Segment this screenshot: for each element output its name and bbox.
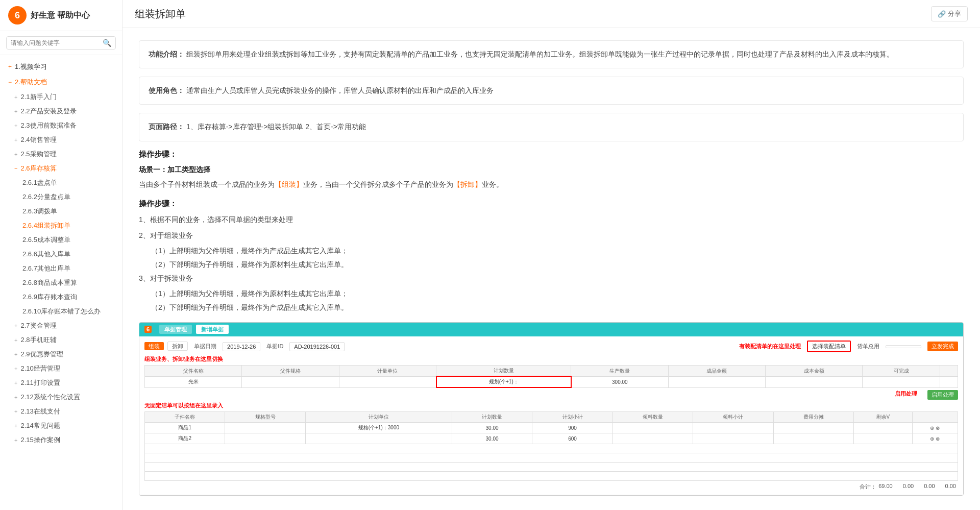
sidebar-item-print[interactable]: + 2.11打印设置 [0, 376, 122, 390]
role-block: 使用角色： 通常由生产人员或库管人员完成拆装业务的操作，库管人员确认原材料的出库… [139, 77, 964, 105]
mockup-col-plan-qty: 计划数量 [436, 366, 571, 377]
mockup-tab-manage[interactable]: 单据管理 [159, 325, 192, 334]
search-box: 🔍 [6, 36, 116, 50]
sidebar-item-install[interactable]: + 2.2产品安装及登录 [0, 104, 122, 118]
table-row: 商品2 30.00 600 ⊕ ⊗ [145, 433, 958, 444]
path-text: 1、库存核算->库存管理->组装拆卸单 2、首页->常用功能 [186, 123, 366, 131]
sub-col-cost-share: 费用分摊 [773, 412, 853, 423]
sidebar-leaf-2610[interactable]: 2.6.10库存账本错了怎么办 [0, 304, 122, 319]
top-bar: 组装拆卸单 🔗 分享 [122, 0, 980, 28]
table-row [145, 472, 958, 481]
main-area: 组装拆卸单 🔗 分享 功能介绍： 组装拆卸单用来处理企业组装或拆卸等加工业务，支… [122, 0, 980, 510]
path-block: 页面路径： 1、库存核算->库存管理->组装拆卸单 2、首页->常用功能 [139, 113, 964, 141]
sidebar-leaf-261[interactable]: 2.6.1盘点单 [0, 176, 122, 190]
parent-unit [339, 376, 436, 387]
search-area: 🔍 [0, 31, 122, 55]
mockup-date-value: 2019-12-26 [223, 342, 260, 351]
mockup-tab-new[interactable]: 新增单据 [196, 325, 229, 334]
mockup-select-assembly-btn[interactable]: 选择装配清单 [807, 341, 851, 352]
mockup-col-completable: 可完成 [863, 366, 940, 377]
sidebar-item-mobile[interactable]: + 2.8手机旺辅 [0, 333, 122, 347]
parent-cost-amt [766, 376, 863, 387]
mockup-field-input[interactable] [886, 345, 921, 348]
sub-col-plan-sub: 计划小计 [532, 412, 612, 423]
search-input[interactable] [11, 39, 103, 46]
share-icon: 🔗 [938, 10, 946, 18]
mockup-field-label: 货单总用 [857, 343, 879, 350]
sidebar-item-data-prep[interactable]: + 2.3使用前数据准备 [0, 118, 122, 133]
search-icon[interactable]: 🔍 [103, 39, 111, 47]
mockup-type-assembly[interactable]: 组装 [144, 342, 164, 350]
mockup-sub-table: 子件名称 规格型号 计划单位 计划数量 计划小计 领料数量 领料小计 费用分摊 … [144, 411, 958, 481]
parent-action [940, 376, 958, 387]
sidebar-item-cases[interactable]: + 2.15操作案例 [0, 433, 122, 447]
mockup-tabs: 单据管理 新增单据 [159, 326, 228, 332]
nav-section-2: − 2.帮助文档 + 2.1新手入门 + 2.2产品安装及登录 + 2.3使用前… [0, 75, 122, 447]
mockup-id-label: 单据ID [266, 343, 283, 350]
sidebar-item-faq[interactable]: + 2.14常见问题 [0, 419, 122, 433]
step2: 2、对于组装业务 [139, 229, 964, 242]
sidebar-item-inventory[interactable]: − 2.6库存核算 [0, 161, 122, 176]
mockup-form-row-1: 组装 拆卸 单据日期 2019-12-26 单据ID AD-20191226-0… [144, 341, 958, 352]
sidebar-item-beginner[interactable]: + 2.1新手入门 [0, 90, 122, 104]
minus-icon: − [8, 79, 12, 86]
step3: 3、对于拆装业务 [139, 272, 964, 285]
content-area: 功能介绍： 组装拆卸单用来处理企业组装或拆卸等加工业务，支持有固定装配清单的产品… [122, 28, 980, 510]
mockup-window-header: 6 单据管理 新增单据 [139, 323, 963, 336]
mockup-type-disassembly[interactable]: 拆卸 [167, 342, 188, 351]
sub-col-pick-sub: 领料小计 [693, 412, 773, 423]
mockup-notice-text: 有装配清单的在这里处理 [739, 343, 801, 350]
screenshot-mockup: 6 单据管理 新增单据 组装 拆卸 单据日期 2 [139, 322, 964, 496]
mockup-process-btn[interactable]: 启用处理 [927, 390, 958, 400]
sidebar-item-coupon[interactable]: + 2.9优惠券管理 [0, 347, 122, 361]
sidebar-item-payment[interactable]: + 2.13在线支付 [0, 404, 122, 419]
mockup-col-unit: 计量单位 [339, 366, 436, 377]
mockup-type-tabs: 组装 拆卸 [144, 343, 188, 350]
scene1-desc: 当由多个子件材料组装成一个成品的业务为【组装】业务，当由一个父件拆分成多个子产品… [139, 178, 964, 191]
sidebar-item-finance[interactable]: + 2.7资金管理 [0, 319, 122, 333]
scene1-heading: 场景一：加工类型选择 [139, 165, 964, 175]
footer-total-label: 合计： [860, 483, 876, 491]
mockup-col-prod-qty: 生产数量 [571, 366, 668, 377]
sidebar-leaf-266[interactable]: 2.6.6其他入库单 [0, 247, 122, 261]
logo-area: 6 好生意 帮助中心 [0, 0, 122, 31]
mockup-footer: 合计： 69.00 0.00 0.00 0.00 [144, 483, 958, 491]
parent-product-amt [668, 376, 765, 387]
sidebar-item-purchase[interactable]: + 2.5采购管理 [0, 147, 122, 161]
sidebar-leaf-262[interactable]: 2.6.2分量盘点单 [0, 190, 122, 204]
mockup-parent-table: 父件名称 父件规格 计量单位 计划数量 生产数量 成品金额 成本金额 可完成 [144, 365, 958, 388]
table-row: 商品1 规格(个+1)：3000 30.00 900 ⊕ ⊗ [145, 423, 958, 433]
sidebar-leaf-267[interactable]: 2.6.7其他出库单 [0, 261, 122, 276]
share-button[interactable]: 🔗 分享 [931, 6, 968, 21]
parent-prod-qty: 300.00 [571, 376, 668, 387]
mockup-col-product-amt: 成品金额 [668, 366, 765, 377]
mockup-logo-small: 6 [144, 326, 153, 333]
mockup-process-label: 启用处理 [895, 390, 917, 400]
sidebar-item-video[interactable]: + 1.视频学习 [0, 59, 122, 75]
parent-spec [242, 376, 339, 387]
step3-sub2: （2）下部明细为子件明细，最终作为产成品生成其它入库单。 [139, 301, 964, 314]
sidebar-leaf-268[interactable]: 2.6.8商品成本重算 [0, 276, 122, 290]
sidebar-item-settings[interactable]: + 2.12系统个性化设置 [0, 390, 122, 404]
sidebar-leaf-263[interactable]: 2.6.3调拨单 [0, 204, 122, 218]
sidebar-leaf-264[interactable]: 2.6.4组装拆卸单 [0, 218, 122, 233]
logo-icon: 6 [8, 6, 27, 25]
footer-val1: 69.00 [878, 483, 893, 491]
sidebar-item-operations[interactable]: + 2.10经营管理 [0, 361, 122, 376]
mockup-confirm-btn[interactable]: 立发完成 [927, 342, 958, 351]
sidebar-item-sales[interactable]: + 2.4销售管理 [0, 133, 122, 147]
highlight-disassembly: 【拆卸】 [453, 180, 482, 188]
intro-block: 功能介绍： 组装拆卸单用来处理企业组装或拆卸等加工业务，支持有固定装配清单的产品… [139, 40, 964, 68]
sidebar-item-help-docs[interactable]: − 2.帮助文档 [0, 75, 122, 90]
role-text: 通常由生产人员或库管人员完成拆装业务的操作，库管人员确认原材料的出库和产成品的入… [186, 86, 494, 94]
sidebar-leaf-265[interactable]: 2.6.5成本调整单 [0, 233, 122, 247]
app-name: 好生意 帮助中心 [31, 10, 90, 21]
sub-col-pick-qty: 领料数量 [612, 412, 693, 423]
footer-val2: 0.00 [903, 483, 914, 491]
mockup-inner: 6 单据管理 新增单据 组装 拆卸 单据日期 2 [139, 323, 963, 495]
sidebar-leaf-269[interactable]: 2.6.9库存账本查询 [0, 290, 122, 304]
step2-sub1: （1）上部明细为父件明细，最终作为产成品生成其它入库单； [139, 244, 964, 258]
ops-heading: 操作步骤： [139, 150, 964, 159]
sub-col-plan-qty: 计划数量 [452, 412, 532, 423]
footer-val4: 0.00 [945, 483, 956, 491]
